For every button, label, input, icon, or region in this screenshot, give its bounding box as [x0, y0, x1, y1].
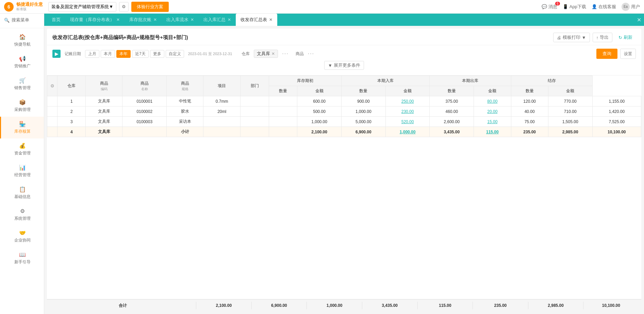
expand-label: 展开更多条件: [334, 62, 360, 68]
td-open-qty-0: 600.00: [297, 96, 342, 106]
th-settings: ⚙: [47, 76, 57, 96]
query-button[interactable]: 查询: [596, 49, 617, 59]
td-project-0: [241, 96, 269, 106]
th-out-amt: 金额: [474, 86, 511, 96]
sidebar-label-basic: 基础信息: [14, 194, 31, 200]
tab-batch-ledger[interactable]: 库存批次账 ✕: [125, 14, 162, 26]
td-row-settings: [47, 106, 57, 117]
tab-home[interactable]: 首页: [47, 14, 65, 26]
goods-more-dots[interactable]: ···: [308, 51, 314, 57]
td-open-qty-1: 500.00: [297, 106, 342, 117]
tab-in-out-flow-close-icon[interactable]: ✕: [191, 17, 194, 22]
warehouse-tag-close-icon[interactable]: ✕: [271, 51, 275, 56]
tab-batch-ledger-close-icon[interactable]: ✕: [153, 17, 157, 22]
date-more-button[interactable]: 更多: [150, 50, 164, 58]
warehouse-tag: 文具库 ✕: [254, 50, 278, 58]
sales-icon: 🛒: [19, 77, 26, 84]
td-in-qty-0[interactable]: 250.00: [385, 96, 430, 106]
filter-expand-arrow[interactable]: ▶: [52, 50, 61, 58]
online-service-button[interactable]: 👤 在线客服: [592, 4, 616, 10]
tab-in-out-summary-close-icon[interactable]: ✕: [228, 17, 231, 22]
phone-icon: 📱: [563, 4, 568, 9]
tab-recv-send-summary[interactable]: 收发存汇总表 ✕: [236, 14, 277, 26]
tab-bar-close-icon[interactable]: ✕: [637, 17, 641, 23]
sidebar-label-enterprise: 企业协同: [14, 237, 31, 243]
enterprise-icon: 🤝: [19, 230, 26, 236]
date-current-year-button[interactable]: 本年: [116, 50, 131, 58]
system-icon: ⚙: [20, 208, 25, 214]
tab-in-out-flow[interactable]: 出入库流水 ✕: [162, 14, 199, 26]
sidebar-item-system[interactable]: ⚙ 系统管理: [0, 204, 44, 226]
settings-button[interactable]: ⚙: [119, 2, 129, 12]
footer-close-amt: 10,100.00: [583, 302, 639, 309]
template-print-button[interactable]: 🖨 模板打印 ▼: [553, 33, 590, 42]
table-footer: 合计 2,100.00 6,900.00 1,000.00 3,435.00 1…: [47, 299, 641, 311]
sidebar-item-inventory[interactable]: 🏪 库存核算: [0, 117, 44, 138]
th-name: 商品名称: [122, 76, 167, 96]
td-name-2: 采访本: [167, 117, 203, 127]
app-download-button[interactable]: 📱 App下载: [563, 4, 586, 10]
td-close-qty-3: 2,985.00: [548, 127, 592, 137]
td-spec-3: [203, 127, 241, 137]
td-in-amt-0: 375.00: [430, 96, 474, 106]
td-code-3: [122, 127, 167, 137]
td-num-3: 4: [57, 127, 86, 137]
td-out-qty-0[interactable]: 80.00: [474, 96, 511, 106]
table-area: ⚙ 仓库 商品编码 商品名称 商品规格 项目 部门 库存期初 本期入库 本期出: [47, 76, 641, 299]
sidebar-item-finance[interactable]: 💰 资金管理: [0, 138, 44, 160]
td-code-2: 0100003: [122, 117, 167, 127]
td-open-amt-0: 900.00: [341, 96, 385, 106]
td-out-amt-0: 120.00: [511, 96, 548, 106]
sidebar-item-sales[interactable]: 🛒 销售管理: [0, 73, 44, 95]
sidebar-item-marketing[interactable]: 📢 营销推广: [0, 51, 44, 73]
settings-filter-button[interactable]: 设置: [620, 49, 636, 59]
sidebar-item-guide[interactable]: 📖 新手引导: [0, 247, 44, 269]
refresh-button[interactable]: ↻ 刷新: [615, 33, 636, 42]
expand-row: ▼ 展开更多条件: [52, 59, 636, 72]
sidebar-item-enterprise[interactable]: 🤝 企业协同: [0, 226, 44, 247]
tab-inventory-dist-close-icon[interactable]: ✕: [116, 17, 120, 22]
td-in-qty-3[interactable]: 1,000.00: [385, 127, 430, 137]
td-out-qty-1[interactable]: 20.00: [474, 106, 511, 117]
tab-in-out-summary[interactable]: 出入库汇总 ✕: [199, 14, 236, 26]
td-name-3: 小计: [167, 127, 203, 137]
refresh-icon: ↻: [618, 35, 622, 40]
message-button[interactable]: 💬 消息 6: [542, 4, 557, 10]
td-out-qty-2[interactable]: 15.00: [474, 117, 511, 127]
export-button[interactable]: ↑ 导出: [593, 33, 613, 42]
date-filter-label: 记账日期: [65, 51, 81, 57]
date-current-month-button[interactable]: 本月: [101, 50, 115, 58]
td-out-qty-3[interactable]: 115.00: [474, 127, 511, 137]
system-title-text: 装备及固定资产辅助管理系统: [51, 4, 109, 10]
td-spec-0: 0.7mm: [203, 96, 241, 106]
th-spec: 商品规格: [167, 76, 203, 96]
td-dept-2: [269, 117, 297, 127]
sidebar-item-purchase[interactable]: 📦 采购管理: [0, 95, 44, 117]
system-title-dropdown[interactable]: 装备及固定资产辅助管理系统 ▼: [48, 2, 116, 12]
search-icon: 🔍: [4, 18, 10, 23]
expand-more-button[interactable]: ▼ 展开更多条件: [324, 61, 364, 70]
search-menu-button[interactable]: 🔍 搜索菜单: [0, 14, 44, 27]
tab-recv-send-summary-close-icon[interactable]: ✕: [269, 17, 273, 22]
td-spec-2: [203, 117, 241, 127]
tab-inventory-dist[interactable]: 现存量（库存分布表） ✕: [65, 14, 125, 26]
sidebar-item-basic[interactable]: 📋 基础信息: [0, 182, 44, 204]
td-in-qty-1[interactable]: 230.00: [385, 106, 430, 117]
sidebar-item-quick-nav[interactable]: 🏠 快捷导航: [0, 30, 44, 51]
operation-icon: 📊: [19, 164, 26, 171]
warehouse-more-dots[interactable]: ···: [282, 51, 288, 57]
footer-open-qty: 2,100.00: [196, 302, 251, 309]
date-7days-button[interactable]: 近7天: [132, 50, 149, 58]
td-in-qty-2[interactable]: 520.00: [385, 117, 430, 127]
date-custom-button[interactable]: 自定义: [166, 50, 184, 58]
page-header: 收发存汇总表(按仓库+商品编码+商品+规格型号+项目+部门) 🖨 模板打印 ▼ …: [47, 29, 641, 45]
table-settings-icon[interactable]: ⚙: [50, 83, 54, 88]
user-label: 用户: [631, 4, 640, 10]
user-button[interactable]: Ea 用户: [622, 3, 640, 11]
date-prev-month-button[interactable]: 上月: [85, 50, 99, 58]
inventory-icon: 🏪: [19, 121, 26, 127]
try-industry-button[interactable]: 体验行业方案: [131, 2, 169, 12]
message-badge: 6: [555, 2, 560, 5]
sidebar-item-operation[interactable]: 📊 经营管理: [0, 160, 44, 182]
td-warehouse-3: 文具库: [86, 127, 122, 137]
